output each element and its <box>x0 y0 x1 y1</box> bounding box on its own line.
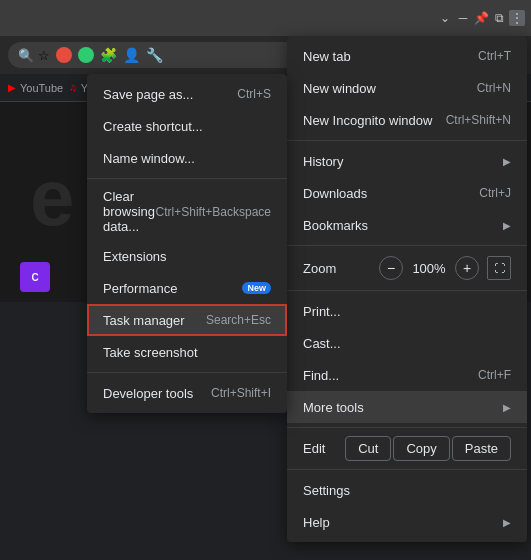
canva-badge: C <box>20 262 50 292</box>
new-tab-label: New tab <box>303 49 351 64</box>
submenu-developer-tools[interactable]: Developer tools Ctrl+Shift+I <box>87 377 287 409</box>
submenu-take-screenshot[interactable]: Take screenshot <box>87 336 287 368</box>
extension-icon-puzzle: 🔧 <box>146 47 163 63</box>
find-shortcut: Ctrl+F <box>478 368 511 382</box>
submenu-performance[interactable]: Performance New <box>87 272 287 304</box>
downloads-shortcut: Ctrl+J <box>479 186 511 200</box>
more-tools-submenu: Save page as... Ctrl+S Create shortcut..… <box>87 74 287 413</box>
submenu-task-manager[interactable]: Task manager Search+Esc <box>87 304 287 336</box>
clear-browsing-shortcut: Ctrl+Shift+Backspace <box>156 205 271 219</box>
performance-new-badge: New <box>242 282 271 294</box>
menu-item-bookmarks[interactable]: Bookmarks ▶ <box>287 209 527 241</box>
task-manager-shortcut: Search+Esc <box>206 313 271 327</box>
minimize-icon[interactable]: ─ <box>455 10 471 26</box>
performance-label: Performance <box>103 281 177 296</box>
page-letter: e <box>30 152 75 244</box>
settings-label: Settings <box>303 483 350 498</box>
menu-item-more-tools[interactable]: More tools ▶ <box>287 391 527 423</box>
youtube-icon: ▶ <box>8 82 16 93</box>
extension-icon-blue: 🧩 <box>100 47 117 63</box>
help-arrow-icon: ▶ <box>503 517 511 528</box>
menu-item-find[interactable]: Find... Ctrl+F <box>287 359 527 391</box>
developer-tools-label: Developer tools <box>103 386 193 401</box>
menu-item-new-window[interactable]: New window Ctrl+N <box>287 72 527 104</box>
menu-item-settings[interactable]: Settings <box>287 474 527 506</box>
cut-button[interactable]: Cut <box>345 436 391 461</box>
youtube-music-icon: ♫ <box>69 82 77 93</box>
menu-item-zoom: Zoom − 100% + ⛶ <box>287 250 527 286</box>
edit-row: Edit Cut Copy Paste <box>287 432 527 465</box>
help-label: Help <box>303 515 330 530</box>
menu-item-cast[interactable]: Cast... <box>287 327 527 359</box>
extension-icon-red <box>56 47 72 63</box>
copy-button[interactable]: Copy <box>393 436 449 461</box>
chrome-dropdown-menu: New tab Ctrl+T New window Ctrl+N New Inc… <box>287 36 527 542</box>
history-label: History <box>303 154 343 169</box>
extension-icon-green <box>78 47 94 63</box>
search-icon: 🔍 <box>18 48 34 63</box>
zoom-out-button[interactable]: − <box>379 256 403 280</box>
restore-icon[interactable]: ⧉ <box>491 10 507 26</box>
extensions-label: Extensions <box>103 249 167 264</box>
clear-browsing-label: Clear browsing data... <box>103 189 156 234</box>
menu-item-history[interactable]: History ▶ <box>287 145 527 177</box>
browser-top-bar: ⌄ ─ 📌 ⧉ ⋮ <box>0 0 531 36</box>
menu-item-downloads[interactable]: Downloads Ctrl+J <box>287 177 527 209</box>
print-label: Print... <box>303 304 341 319</box>
find-label: Find... <box>303 368 339 383</box>
divider-4 <box>287 427 527 428</box>
bookmarks-label: Bookmarks <box>303 218 368 233</box>
submenu-divider-2 <box>87 372 287 373</box>
pin-icon[interactable]: 📌 <box>473 10 489 26</box>
menu-dots-icon[interactable]: ⋮ <box>509 10 525 26</box>
name-window-label: Name window... <box>103 151 195 166</box>
create-shortcut-label: Create shortcut... <box>103 119 203 134</box>
history-arrow-icon: ▶ <box>503 156 511 167</box>
save-page-label: Save page as... <box>103 87 193 102</box>
chevron-down-icon[interactable]: ⌄ <box>437 10 453 26</box>
menu-item-incognito[interactable]: New Incognito window Ctrl+Shift+N <box>287 104 527 136</box>
more-tools-arrow-icon: ▶ <box>503 402 511 413</box>
star-icon[interactable]: ☆ <box>38 48 50 63</box>
menu-item-help[interactable]: Help ▶ <box>287 506 527 538</box>
divider-3 <box>287 290 527 291</box>
edit-label: Edit <box>303 441 325 456</box>
submenu-save-page[interactable]: Save page as... Ctrl+S <box>87 78 287 110</box>
incognito-shortcut: Ctrl+Shift+N <box>446 113 511 127</box>
submenu-divider-1 <box>87 178 287 179</box>
more-tools-label: More tools <box>303 400 364 415</box>
tab-youtube[interactable]: ▶ YouTube <box>8 82 63 94</box>
incognito-label: New Incognito window <box>303 113 432 128</box>
zoom-fullscreen-button[interactable]: ⛶ <box>487 256 511 280</box>
paste-button[interactable]: Paste <box>452 436 511 461</box>
new-tab-shortcut: Ctrl+T <box>478 49 511 63</box>
edit-actions: Cut Copy Paste <box>345 436 511 461</box>
zoom-value: 100% <box>411 261 447 276</box>
menu-item-print[interactable]: Print... <box>287 295 527 327</box>
submenu-clear-browsing[interactable]: Clear browsing data... Ctrl+Shift+Backsp… <box>87 183 287 240</box>
address-bar-icons: 🔍 ☆ <box>18 48 50 63</box>
divider-2 <box>287 245 527 246</box>
extension-icon-person: 👤 <box>123 47 140 63</box>
bookmarks-arrow-icon: ▶ <box>503 220 511 231</box>
zoom-controls: − 100% + ⛶ <box>379 256 511 280</box>
developer-tools-shortcut: Ctrl+Shift+I <box>211 386 271 400</box>
window-controls: ⌄ ─ 📌 ⧉ ⋮ <box>437 10 525 26</box>
task-manager-label: Task manager <box>103 313 185 328</box>
save-page-shortcut: Ctrl+S <box>237 87 271 101</box>
cast-label: Cast... <box>303 336 341 351</box>
downloads-label: Downloads <box>303 186 367 201</box>
zoom-label: Zoom <box>303 261 336 276</box>
new-window-label: New window <box>303 81 376 96</box>
submenu-create-shortcut[interactable]: Create shortcut... <box>87 110 287 142</box>
menu-item-new-tab[interactable]: New tab Ctrl+T <box>287 40 527 72</box>
divider-1 <box>287 140 527 141</box>
submenu-extensions[interactable]: Extensions <box>87 240 287 272</box>
new-window-shortcut: Ctrl+N <box>477 81 511 95</box>
zoom-in-button[interactable]: + <box>455 256 479 280</box>
divider-5 <box>287 469 527 470</box>
submenu-name-window[interactable]: Name window... <box>87 142 287 174</box>
take-screenshot-label: Take screenshot <box>103 345 198 360</box>
